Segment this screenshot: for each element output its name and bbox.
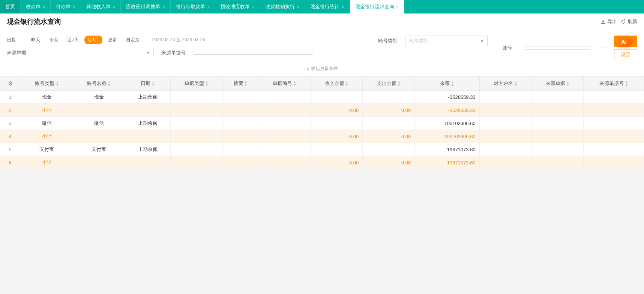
chevron-down-icon: ▾: [147, 50, 150, 55]
cell-doc_type: [170, 91, 222, 104]
cell-source_doc: [531, 130, 584, 143]
account-input[interactable]: [524, 46, 591, 50]
cell-source_doc: [531, 91, 584, 104]
cell-source_doc: [531, 117, 584, 130]
table-header-balance[interactable]: 余额▲▼: [415, 77, 479, 91]
cell-account_type: 支付宝: [21, 143, 73, 156]
nav-tab[interactable]: 应收应付调整单×: [121, 0, 170, 13]
table-header-source_doc_no[interactable]: 来源单据号▲▼: [584, 77, 644, 91]
nav-tab[interactable]: 现金银行统计×: [305, 0, 350, 13]
cell-source_doc: [531, 156, 584, 169]
table-header-account_type[interactable]: 账号类型▲▼: [21, 77, 73, 91]
cell-source_doc_no: [584, 130, 644, 143]
cell-doc_type: [170, 143, 222, 156]
cell-doc_no: [258, 117, 311, 130]
date-shortcut-btn[interactable]: 自定义: [123, 36, 143, 44]
nav-tab[interactable]: 收款核销执行×: [260, 0, 305, 13]
export-button[interactable]: 导出: [600, 18, 617, 25]
date-shortcut-btn[interactable]: 昨天: [28, 36, 44, 44]
cell-summary: [222, 117, 258, 130]
source-doc-select[interactable]: ▾: [34, 48, 154, 57]
cell-expense: [363, 143, 415, 156]
date-label: 日期: [7, 37, 20, 43]
date-shortcut-btn[interactable]: 近7天: [64, 36, 82, 44]
cell-counterparty: [479, 143, 531, 156]
data-table: ⚙账号类型▲▼账号名称▲▼日期▲▼单据类型▲▼摘要▲▼单据编号▲▼收入金额▲▼支…: [0, 77, 644, 169]
cell-doc_type: [170, 104, 222, 117]
account-type-select[interactable]: 账号类型 ▾: [405, 36, 488, 46]
nav-home[interactable]: 首页: [0, 0, 21, 13]
cell-account_type: 小计: [21, 156, 73, 169]
cell-source_doc: [531, 104, 584, 117]
table-header-expense[interactable]: 支出金额▲▼: [363, 77, 415, 91]
source-doc-no-input[interactable]: [193, 51, 313, 55]
account-label: 账号: [503, 45, 516, 51]
nav-tab[interactable]: 预收冲应收单×: [215, 0, 260, 13]
cell-account_type: 小计: [21, 104, 73, 117]
cell-account_name: 微信: [73, 117, 125, 130]
chevron-down-icon2: ▾: [481, 38, 483, 44]
cell-account_type: 小计: [21, 130, 73, 143]
cell-date: [125, 130, 170, 143]
refresh-button[interactable]: 刷新: [621, 18, 637, 25]
nav-tab[interactable]: 收款单×: [21, 0, 51, 13]
table-header-summary[interactable]: 摘要▲▼: [222, 77, 258, 91]
cell-summary: [222, 156, 258, 169]
cell-account_name: 支付宝: [73, 143, 125, 156]
cell-source_doc_no: [584, 117, 644, 130]
table-row: 4小计0.000.00100102606.60: [0, 130, 644, 143]
cell-source_doc: [531, 143, 584, 156]
collapse-bar[interactable]: ∧ 收起更多条件: [7, 64, 637, 73]
nav-tab[interactable]: 现金银行流水查询×: [350, 0, 404, 13]
cell-source_doc_no: [584, 156, 644, 169]
cell-date: 上期余额: [125, 143, 170, 156]
cell-account_name: 现金: [73, 91, 125, 104]
cell-balance: -3528659.33: [415, 91, 479, 104]
nav-tab[interactable]: 银行存取款单×: [171, 0, 215, 13]
date-shortcut-btn[interactable]: 更多: [105, 36, 120, 44]
refresh-icon: [621, 19, 626, 24]
cell-income: [311, 117, 363, 130]
more-options-button[interactable]: ···: [599, 45, 606, 51]
cell-expense: [363, 117, 415, 130]
cell-account_name: [73, 156, 125, 169]
table-header-income[interactable]: 收入金额▲▼: [311, 77, 363, 91]
cell-no: 4: [0, 130, 21, 143]
cell-source_doc_no: [584, 104, 644, 117]
date-shortcut-btn[interactable]: 近1月: [84, 36, 103, 44]
cell-doc_no: [258, 143, 311, 156]
cell-doc_no: [258, 156, 311, 169]
nav-tab[interactable]: 付款单×: [51, 0, 81, 13]
cell-income: 0.00: [311, 130, 363, 143]
cell-income: 0.00: [311, 104, 363, 117]
date-shortcut-btn[interactable]: 今天: [46, 36, 62, 44]
table-header-account_name[interactable]: 账号名称▲▼: [73, 77, 125, 91]
date-shortcuts: 昨天今天近7天近1月更多自定义: [28, 36, 143, 44]
cell-no: 2: [0, 104, 21, 117]
table-header-source_doc[interactable]: 来源单据▲▼: [531, 77, 584, 91]
cell-income: 0.00: [311, 156, 363, 169]
cell-no: 6: [0, 156, 21, 169]
table-header-date[interactable]: 日期▲▼: [125, 77, 170, 91]
cell-counterparty: [479, 91, 531, 104]
nav-tab[interactable]: 其他收入单×: [81, 0, 121, 13]
settings-icon[interactable]: ⚙: [8, 80, 13, 87]
top-nav: 首页 收款单×付款单×其他收入单×应收应付调整单×银行存取款单×预收冲应收单×收…: [0, 0, 644, 13]
cell-account_name: [73, 130, 125, 143]
cell-no: 5: [0, 143, 21, 156]
table-header-doc_type[interactable]: 单据类型▲▼: [170, 77, 222, 91]
table-header-doc_no[interactable]: 单据编号▲▼: [258, 77, 311, 91]
cell-doc_type: [170, 117, 222, 130]
cell-summary: [222, 130, 258, 143]
settings-button[interactable]: 设置: [614, 49, 637, 60]
date-range: 2023-02-24 至 2023-03-24: [152, 37, 205, 43]
table-header-settings: ⚙: [0, 77, 21, 91]
table-row: 1现金现金上期余额-3528659.33: [0, 91, 644, 104]
cell-doc_no: [258, 130, 311, 143]
table-header-counterparty[interactable]: 对方户名▲▼: [479, 77, 531, 91]
cell-summary: [222, 91, 258, 104]
ai-badge[interactable]: Ai: [615, 36, 633, 47]
cell-source_doc_no: [584, 91, 644, 104]
cell-expense: 0.00: [363, 130, 415, 143]
cell-expense: 0.00: [363, 156, 415, 169]
